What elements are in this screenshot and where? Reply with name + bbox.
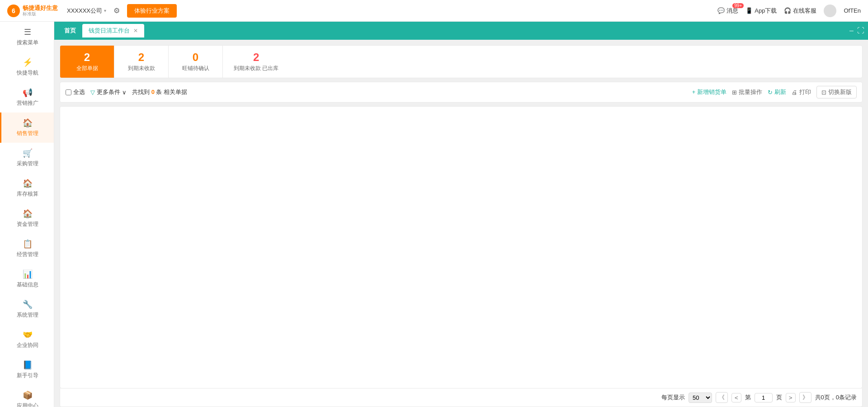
- message-icon: 💬: [717, 7, 725, 14]
- tab-actions: – ⛶: [849, 27, 864, 35]
- top-header: 6 畅捷通好生意 标准版 XXXXXX公司 ▾ ⚙ 体验行业方案 💬: [0, 0, 868, 22]
- next-page-button[interactable]: >: [786, 393, 796, 402]
- stat-card-wangpu[interactable]: 0 旺铺待确认: [169, 46, 223, 78]
- service-icon: 🎧: [784, 7, 791, 14]
- page-total: 共0页，0条记录: [815, 393, 857, 402]
- chevron-down-icon: ▾: [104, 8, 106, 13]
- print-button[interactable]: 🖨 打印: [792, 88, 811, 96]
- sidebar-item-app-center[interactable]: 📦 应用中心: [0, 385, 54, 407]
- batch-operation-button[interactable]: ⊞ 批量操作: [732, 88, 762, 96]
- switch-icon: ⊡: [821, 89, 826, 96]
- brand-text: 畅捷通好生意 标准版: [23, 5, 58, 17]
- tab-close-icon[interactable]: ✕: [133, 28, 138, 34]
- page-number-input[interactable]: [755, 393, 773, 402]
- online-service-label: 在线客服: [793, 7, 816, 15]
- result-unit: 条: [156, 89, 162, 95]
- filter-label: 更多条件: [97, 88, 120, 96]
- select-all-input[interactable]: [66, 89, 71, 95]
- online-service-button[interactable]: 🎧 在线客服: [784, 7, 816, 15]
- stat-number-overdue-out: 2: [253, 51, 259, 64]
- stat-number-wangpu: 0: [193, 51, 198, 64]
- username-label[interactable]: OfTEn: [844, 7, 861, 14]
- sidebar-item-basic-info[interactable]: 📊 基础信息: [0, 264, 54, 294]
- result-count: 0: [151, 89, 155, 95]
- sidebar-item-purchase[interactable]: 🛒 采购管理: [0, 143, 54, 173]
- refresh-button[interactable]: ↻ 刷新: [768, 88, 786, 96]
- tab-minimize-button[interactable]: –: [849, 27, 854, 35]
- app-center-icon: 📦: [23, 390, 33, 400]
- sidebar-item-sales[interactable]: 🏠 销售管理: [0, 112, 54, 143]
- select-all-checkbox[interactable]: 全选: [66, 88, 85, 96]
- pagination: 每页显示 20 50 100 《 < 第 页 > 》 共0页，0条记录: [60, 388, 863, 407]
- sidebar-item-finance[interactable]: 🏠 资金管理: [0, 203, 54, 234]
- company-name: XXXXXX公司: [67, 7, 102, 15]
- brand-title: 畅捷通好生意: [23, 5, 58, 12]
- content-area: 首页 钱货日清工作台 ✕ – ⛶ 2 全部单据: [54, 22, 868, 407]
- sidebar-item-label: 搜索菜单: [17, 39, 38, 47]
- sidebar-item-label: 快捷导航: [17, 69, 38, 77]
- sidebar-item-inventory[interactable]: 🏠 库存核算: [0, 173, 54, 203]
- brand: 6 畅捷通好生意 标准版: [7, 5, 61, 17]
- prev-page-button[interactable]: <: [731, 393, 741, 402]
- sidebar-item-label: 企业协同: [17, 342, 38, 349]
- tab-home[interactable]: 首页: [58, 24, 82, 37]
- main-body: ☰ 搜索菜单 ⚡ 快捷导航 📢 营销推广 🏠 销售管理 🛒 采购管理 🏠 库: [0, 22, 868, 407]
- batch-label: 批量操作: [739, 88, 762, 96]
- inventory-icon: 🏠: [23, 178, 33, 188]
- sidebar-item-marketing[interactable]: 📢 营销推广: [0, 82, 54, 112]
- sidebar-item-operation[interactable]: 📋 经营管理: [0, 234, 54, 264]
- last-page-button[interactable]: 》: [799, 392, 811, 403]
- sidebar-item-label: 销售管理: [17, 130, 38, 137]
- message-button[interactable]: 💬 消息 99+: [717, 7, 738, 15]
- avatar[interactable]: [824, 5, 836, 17]
- sidebar-item-guide[interactable]: 📘 新手引导: [0, 355, 54, 385]
- company-selector[interactable]: XXXXXX公司 ▾: [67, 7, 106, 15]
- stats-row: 2 全部单据 2 到期未收款 0 旺铺待确认 2 到期未收款 已出库: [60, 45, 863, 78]
- experience-button[interactable]: 体验行业方案: [127, 4, 177, 18]
- switch-label: 切换新版: [828, 88, 852, 96]
- system-icon: 🔧: [23, 299, 33, 309]
- stat-label-wangpu: 旺铺待确认: [182, 65, 209, 72]
- sidebar: ☰ 搜索菜单 ⚡ 快捷导航 📢 营销推广 🏠 销售管理 🛒 采购管理 🏠 库: [0, 22, 54, 407]
- filter-icon: ▽: [90, 89, 95, 96]
- refresh-label: 刷新: [774, 88, 786, 96]
- tab-maximize-button[interactable]: ⛶: [857, 27, 864, 35]
- header-right: 💬 消息 99+ 📱 App下载 🎧 在线客服 OfTEn: [717, 5, 861, 17]
- first-page-button[interactable]: 《: [716, 392, 728, 403]
- filter-button[interactable]: ▽ 更多条件 ∨: [90, 88, 127, 96]
- mobile-icon: 📱: [745, 7, 753, 14]
- stat-label-overdue: 到期未收款: [128, 65, 155, 72]
- sidebar-item-system[interactable]: 🔧 系统管理: [0, 294, 54, 324]
- message-badge: 99+: [732, 3, 744, 8]
- related-label: 相关单据: [164, 89, 187, 95]
- switch-version-button[interactable]: ⊡ 切换新版: [816, 86, 857, 98]
- per-page-label: 每页显示: [661, 393, 685, 402]
- add-sales-order-button[interactable]: + 新增销货单: [692, 88, 726, 96]
- tab-bar: 首页 钱货日清工作台 ✕ – ⛶: [54, 22, 868, 40]
- settings-button[interactable]: ⚙: [112, 5, 122, 17]
- stat-number-overdue: 2: [138, 51, 144, 64]
- batch-icon: ⊞: [732, 89, 737, 96]
- tab-workbench[interactable]: 钱货日清工作台 ✕: [82, 24, 144, 37]
- result-prefix: 共找到: [132, 89, 150, 95]
- stat-label-overdue-out: 到期未收款 已出库: [234, 65, 278, 72]
- stat-card-overdue[interactable]: 2 到期未收款: [114, 46, 169, 78]
- quick-nav-icon: ⚡: [23, 57, 33, 67]
- app-download-button[interactable]: 📱 App下载: [745, 7, 777, 15]
- sales-icon: 🏠: [23, 118, 33, 128]
- sidebar-item-search-menu[interactable]: ☰ 搜索菜单: [0, 22, 54, 52]
- sidebar-item-label: 应用中心: [17, 402, 38, 407]
- result-text: 共找到 0 条 相关单据: [132, 88, 187, 96]
- purchase-icon: 🛒: [23, 148, 33, 158]
- header-left: 6 畅捷通好生意 标准版 XXXXXX公司 ▾ ⚙ 体验行业方案: [7, 4, 177, 18]
- tab-workbench-label: 钱货日清工作台: [89, 27, 130, 35]
- per-page-select[interactable]: 20 50 100: [689, 393, 712, 403]
- stat-card-all[interactable]: 2 全部单据: [60, 46, 114, 78]
- sidebar-item-quick-nav[interactable]: ⚡ 快捷导航: [0, 52, 54, 82]
- operation-icon: 📋: [23, 239, 33, 249]
- stat-card-overdue-out[interactable]: 2 到期未收款 已出库: [223, 46, 289, 78]
- basic-info-icon: 📊: [23, 269, 33, 279]
- guide-icon: 📘: [23, 360, 33, 370]
- sidebar-item-enterprise-coop[interactable]: 🤝 企业协同: [0, 324, 54, 355]
- print-label: 打印: [799, 88, 811, 96]
